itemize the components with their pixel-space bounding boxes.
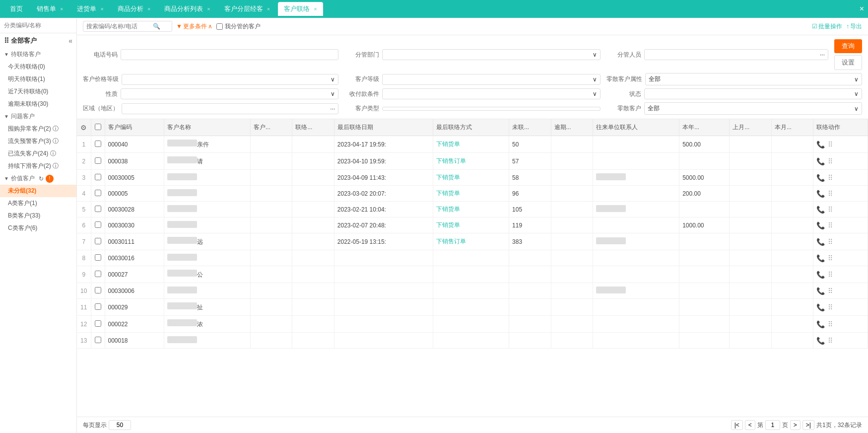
batch-ops-button[interactable]: ☑ 批量操作: [812, 22, 842, 31]
row-checkbox[interactable]: [95, 320, 101, 327]
row-checkbox-cell[interactable]: [91, 170, 105, 186]
contact-method-link[interactable]: 下销售订单: [436, 157, 466, 164]
contact-method-link[interactable]: 下销货单: [436, 141, 460, 147]
tab-customer-segment[interactable]: 客户分层经客 ×: [218, 2, 276, 16]
row-checkbox-cell[interactable]: [91, 250, 105, 266]
tab-sales[interactable]: 销售单 ×: [31, 2, 69, 16]
th-checkbox[interactable]: [91, 119, 105, 136]
grid-action-icon[interactable]: ⠿: [828, 337, 833, 345]
sidebar-group-problem[interactable]: ▼ 问题客户: [0, 110, 76, 123]
sidebar-item-b-class[interactable]: B类客户(33): [0, 210, 76, 222]
grid-action-icon[interactable]: ⠿: [828, 174, 833, 182]
grid-action-icon[interactable]: ⠿: [828, 206, 833, 214]
row-checkbox[interactable]: [95, 287, 101, 293]
next-page-button[interactable]: >: [790, 420, 801, 430]
dept-select[interactable]: ∨: [382, 49, 600, 60]
sidebar-item-ungrouped[interactable]: 未分组(32): [0, 185, 76, 197]
grid-action-icon[interactable]: ⠿: [828, 238, 833, 246]
contact-method-link[interactable]: 下销售订单: [436, 238, 466, 245]
tab-customer-contact[interactable]: 客户联络 ×: [278, 2, 323, 16]
grid-action-icon[interactable]: ⠿: [828, 221, 833, 229]
export-button[interactable]: ↑ 导出: [846, 22, 862, 31]
grid-action-icon[interactable]: ⠿: [828, 141, 833, 148]
customer-segment-tab-close[interactable]: ×: [267, 6, 270, 12]
phone-action-icon[interactable]: 📞: [816, 221, 825, 229]
tab-analysis-list[interactable]: 商品分析列表 ×: [158, 2, 216, 16]
tab-analysis[interactable]: 商品分析 ×: [112, 2, 156, 16]
row-checkbox[interactable]: [95, 206, 101, 212]
phone-action-icon[interactable]: 📞: [816, 206, 825, 214]
row-checkbox-cell[interactable]: [91, 333, 105, 349]
sidebar-item-today[interactable]: 今天待联络(0): [0, 61, 76, 73]
phone-action-icon[interactable]: 📞: [816, 271, 825, 279]
select-all-checkbox[interactable]: [95, 124, 101, 130]
row-checkbox-cell[interactable]: [91, 233, 105, 250]
refresh-icon[interactable]: ↻: [39, 175, 44, 182]
customer-grade-select[interactable]: ∨: [382, 74, 600, 85]
row-checkbox-cell[interactable]: [91, 299, 105, 316]
prev-page-button[interactable]: <: [745, 420, 755, 430]
grid-action-icon[interactable]: ⠿: [828, 303, 833, 311]
phone-action-icon[interactable]: 📞: [816, 287, 825, 295]
analysis-list-tab-close[interactable]: ×: [207, 6, 210, 12]
sidebar-item-7days[interactable]: 近7天待联络(0): [0, 85, 76, 98]
row-checkbox[interactable]: [95, 221, 101, 228]
sidebar-search-input[interactable]: [4, 22, 77, 29]
sidebar-item-c-class[interactable]: C类客户(6): [0, 222, 76, 234]
row-checkbox[interactable]: [95, 337, 101, 343]
grid-action-icon[interactable]: ⠿: [828, 320, 833, 328]
phone-action-icon[interactable]: 📞: [816, 254, 825, 262]
price-grade-select[interactable]: ∨: [122, 74, 338, 85]
grid-action-icon[interactable]: ⠿: [828, 287, 833, 295]
tab-purchase[interactable]: 进货单 ×: [71, 2, 109, 16]
row-checkbox-cell[interactable]: [91, 136, 105, 153]
current-page-input[interactable]: [765, 420, 780, 430]
retail-attr-select[interactable]: 全部 ∨: [645, 73, 862, 85]
phone-action-icon[interactable]: 📞: [816, 238, 825, 246]
contact-method-link[interactable]: 下销货单: [436, 190, 460, 197]
row-checkbox[interactable]: [95, 157, 101, 164]
phone-input[interactable]: [121, 49, 338, 60]
retail-customer-select[interactable]: 全部 ∨: [644, 102, 862, 115]
last-page-button[interactable]: >|: [802, 420, 814, 430]
phone-action-icon[interactable]: 📞: [816, 174, 825, 182]
th-settings[interactable]: ⚙: [77, 119, 91, 136]
phone-action-icon[interactable]: 📞: [816, 190, 825, 198]
row-checkbox[interactable]: [95, 141, 101, 147]
row-checkbox-cell[interactable]: [91, 153, 105, 170]
all-customers-header[interactable]: ⠿ 全部客户 «: [0, 33, 76, 48]
row-checkbox[interactable]: [95, 174, 101, 180]
status-select[interactable]: ∨: [644, 88, 862, 99]
grid-action-icon[interactable]: ⠿: [828, 190, 833, 198]
contact-method-link[interactable]: 下销货单: [436, 206, 460, 213]
region-select[interactable]: ···: [122, 103, 338, 114]
search-input[interactable]: [86, 23, 151, 30]
row-checkbox[interactable]: [95, 271, 101, 277]
grid-action-icon[interactable]: ⠿: [828, 157, 833, 165]
sidebar-item-a-class[interactable]: A类客户(1): [0, 197, 76, 210]
more-conditions-button[interactable]: ▼ 更多条件 ∧: [176, 22, 212, 31]
manager-select[interactable]: ···: [644, 49, 828, 60]
row-checkbox[interactable]: [95, 254, 101, 261]
row-checkbox-cell[interactable]: [91, 217, 105, 233]
purchase-tab-close[interactable]: ×: [100, 6, 103, 12]
sidebar-item-tomorrow[interactable]: 明天待联络(1): [0, 73, 76, 85]
customer-contact-tab-close[interactable]: ×: [314, 6, 317, 12]
phone-action-icon[interactable]: 📞: [816, 337, 825, 345]
customer-type-select[interactable]: [382, 107, 600, 111]
close-all-tabs-button[interactable]: ×: [860, 4, 864, 13]
sidebar-item-lost[interactable]: 已流失客户(24) ⓘ: [0, 147, 76, 160]
row-checkbox-cell[interactable]: [91, 202, 105, 217]
search-button[interactable]: 查询: [834, 39, 862, 53]
row-checkbox-cell[interactable]: [91, 266, 105, 283]
row-checkbox[interactable]: [95, 238, 101, 244]
grid-action-icon[interactable]: ⠿: [828, 254, 833, 262]
reset-button[interactable]: 设置: [834, 55, 862, 70]
first-page-button[interactable]: |<: [731, 420, 743, 430]
payment-select[interactable]: ∨: [382, 88, 600, 99]
tab-home[interactable]: 首页: [4, 2, 29, 16]
sidebar-group-value[interactable]: ▼ 价值客户 ↻ !: [0, 172, 76, 185]
row-checkbox[interactable]: [95, 190, 101, 196]
sidebar-item-abnormal[interactable]: 囤购异常客户(2) ⓘ: [0, 123, 76, 135]
my-customer-checkbox[interactable]: [216, 23, 223, 30]
